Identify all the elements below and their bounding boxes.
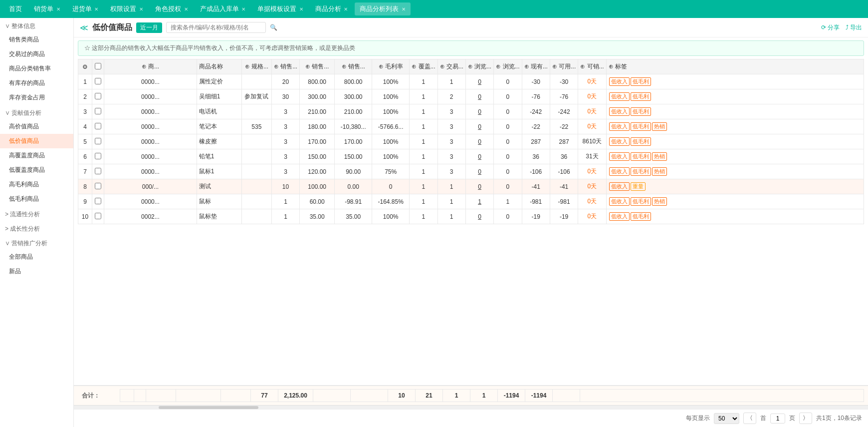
cell-sellable: 0天: [578, 164, 606, 179]
sidebar-item-category-sales[interactable]: 商品分类销售率: [0, 61, 73, 76]
row-checkbox[interactable]: [95, 213, 101, 219]
sidebar-item-low-margin[interactable]: 低毛利商品: [0, 192, 73, 206]
cell-coverage: 1: [410, 89, 437, 104]
row-checkbox[interactable]: [95, 153, 101, 159]
cell-views1[interactable]: 0: [478, 183, 481, 190]
col-header-code: ⊕ 商...: [104, 59, 197, 74]
close-icon[interactable]: ✕: [402, 6, 406, 12]
export-button[interactable]: ⤴ 导出: [846, 23, 862, 32]
row-checkbox[interactable]: [95, 138, 101, 144]
close-icon[interactable]: ✕: [56, 6, 60, 12]
row-checkbox[interactable]: [95, 183, 101, 189]
cell-checkbox[interactable]: [92, 119, 104, 134]
nav-template[interactable]: 单据模板设置 ✕: [252, 2, 308, 15]
sidebar-item-traded-goods[interactable]: 交易过的商品: [0, 47, 73, 61]
nav-products-in[interactable]: 产成品入库单 ✕: [195, 2, 251, 15]
cell-views1[interactable]: 0: [478, 168, 481, 175]
sidebar-item-all-goods[interactable]: 全部商品: [0, 250, 73, 264]
cell-views1[interactable]: 1: [478, 198, 481, 205]
page-prefix-label: 首: [760, 414, 766, 423]
cell-checkbox[interactable]: [92, 164, 104, 179]
sidebar-item-high-margin[interactable]: 高毛利商品: [0, 177, 73, 192]
cell-checkbox[interactable]: [92, 209, 104, 224]
cell-checkbox[interactable]: [92, 74, 104, 89]
cell-code: 0000...: [104, 104, 197, 119]
sidebar-group-marketing[interactable]: ∨ 营销推广分析: [0, 235, 73, 250]
cell-views1[interactable]: 0: [478, 138, 481, 145]
sidebar-group-liquidity[interactable]: > 流通性分析: [0, 206, 73, 221]
col-header-settings[interactable]: ⚙: [78, 59, 92, 74]
sidebar-group-overall[interactable]: ∨ 整体信息: [0, 18, 73, 32]
cell-checkbox[interactable]: [92, 134, 104, 149]
sidebar-group-growth[interactable]: > 成长性分析: [0, 221, 73, 235]
cell-name: 吴细细1: [197, 89, 241, 104]
close-icon[interactable]: ✕: [139, 6, 143, 12]
col-header-name: 商品名称: [197, 59, 241, 74]
page-number-input[interactable]: [770, 414, 785, 424]
search-icon[interactable]: 🔍: [270, 24, 277, 31]
row-checkbox[interactable]: [95, 78, 101, 84]
row-checkbox[interactable]: [95, 93, 101, 99]
sidebar-item-low-value[interactable]: 低价值商品: [0, 134, 73, 148]
collapse-icon[interactable]: ≪: [80, 23, 88, 32]
next-page-button[interactable]: 〉: [799, 413, 812, 424]
cell-checkbox[interactable]: [92, 194, 104, 209]
cell-views2: 0: [494, 74, 522, 89]
filter-tag-button[interactable]: 近一月: [136, 22, 162, 33]
check-all[interactable]: [95, 63, 101, 69]
col-header-check[interactable]: [92, 59, 104, 74]
cell-views1: 0: [465, 179, 493, 194]
cell-views1: 0: [465, 209, 493, 224]
cell-views1[interactable]: 0: [478, 78, 481, 85]
cell-checkbox[interactable]: [92, 149, 104, 164]
per-page-select[interactable]: 50 100 200: [714, 413, 739, 424]
sidebar-item-new-goods[interactable]: 新品: [0, 264, 73, 279]
cell-code: 0000...: [104, 74, 197, 89]
sidebar-item-high-value[interactable]: 高价值商品: [0, 119, 73, 134]
search-input[interactable]: [166, 22, 266, 33]
nav-sales[interactable]: 销货单 ✕: [29, 2, 65, 15]
sidebar-item-sales-goods[interactable]: 销售类商品: [0, 32, 73, 47]
cell-views1[interactable]: 0: [478, 213, 481, 220]
nav-goods-list[interactable]: 商品分析列表 ✕: [355, 2, 411, 15]
horizontal-scrollbar[interactable]: [74, 405, 868, 409]
sidebar-group-contribution[interactable]: ∨ 贡献值分析: [0, 105, 73, 119]
cell-views1[interactable]: 0: [478, 108, 481, 115]
cell-checkbox[interactable]: [92, 104, 104, 119]
table-row: 1 0000... 属性定价 20 800.00 800.00 100% 1 1…: [78, 74, 864, 89]
nav-roles[interactable]: 角色授权 ✕: [150, 2, 193, 15]
cell-sales1: 3: [271, 149, 299, 164]
sidebar-item-stock-capital[interactable]: 库存资金占用: [0, 90, 73, 105]
row-checkbox[interactable]: [95, 168, 101, 174]
row-checkbox[interactable]: [95, 123, 101, 129]
nav-goods-analysis[interactable]: 商品分析 ✕: [310, 2, 353, 15]
cell-trades: 3: [437, 134, 465, 149]
table-container[interactable]: ⚙ ⊕ 商... 商品名称 ⊕ 规格... ⊕ 销售... ⊕ 销售... ⊕ …: [74, 59, 868, 385]
cell-margin: 75%: [372, 164, 410, 179]
cell-sales2: 35.00: [300, 209, 335, 224]
close-icon[interactable]: ✕: [241, 6, 245, 12]
nav-permissions[interactable]: 权限设置 ✕: [105, 2, 148, 15]
cell-checkbox[interactable]: [92, 179, 104, 194]
cell-views1[interactable]: 0: [478, 153, 481, 160]
close-icon[interactable]: ✕: [94, 6, 98, 12]
cell-trades: 3: [437, 164, 465, 179]
close-icon[interactable]: ✕: [184, 6, 188, 12]
cell-trades: 1: [437, 209, 465, 224]
sidebar-item-high-coverage[interactable]: 高覆盖度商品: [0, 148, 73, 163]
close-icon[interactable]: ✕: [299, 6, 303, 12]
cell-views1[interactable]: 0: [478, 93, 481, 100]
first-page-button[interactable]: 〈: [743, 413, 756, 424]
close-icon[interactable]: ✕: [344, 6, 348, 12]
cell-current: -242: [522, 104, 550, 119]
sidebar-item-low-coverage[interactable]: 低覆盖度商品: [0, 163, 73, 177]
nav-home[interactable]: 首页: [4, 2, 27, 15]
cell-checkbox[interactable]: [92, 89, 104, 104]
cell-name: 鼠标: [197, 194, 241, 209]
row-checkbox[interactable]: [95, 198, 101, 204]
share-button[interactable]: ⟳ 分享: [821, 23, 840, 32]
sidebar-item-stock-goods[interactable]: 有库存的商品: [0, 76, 73, 90]
row-checkbox[interactable]: [95, 108, 101, 114]
cell-views1[interactable]: 0: [478, 123, 481, 130]
nav-purchase[interactable]: 进货单 ✕: [67, 2, 104, 15]
